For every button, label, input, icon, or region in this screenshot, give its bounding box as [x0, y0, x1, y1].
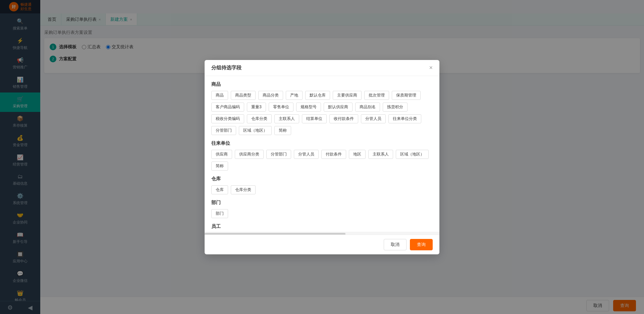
modal-cancel-button[interactable]: 取消 [384, 239, 407, 250]
field-tag[interactable]: 商品类型 [231, 91, 256, 100]
field-tag[interactable]: 仓库分类 [231, 185, 256, 194]
section-title-department: 部门 [211, 200, 433, 206]
field-tag[interactable]: 主联系人 [368, 150, 393, 159]
section-title-product: 商品 [211, 81, 433, 87]
field-tag[interactable]: 重量3 [247, 103, 266, 112]
field-grid-department: 部门 [211, 209, 433, 218]
field-tag[interactable]: 主要供应商 [333, 91, 362, 100]
field-tag[interactable]: 地区 [349, 150, 366, 159]
field-tag[interactable]: 分管部门 [211, 126, 236, 135]
field-tag[interactable]: 分管人员 [361, 114, 386, 123]
field-tag[interactable]: 仓库 [211, 185, 228, 194]
field-tag[interactable]: 部门 [211, 209, 228, 218]
field-tag[interactable]: 付款条件 [321, 150, 346, 159]
field-tag[interactable]: 规格型号 [296, 103, 321, 112]
field-grid-product: 商品 商品类型 商品分类 产地 默认仓库 主要供应商 批次管理 保质期管理 客户… [211, 91, 433, 135]
section-title-employee: 员工 [211, 224, 433, 230]
section-title-partner: 往来单位 [211, 140, 433, 146]
field-tag[interactable]: 商品分类 [258, 91, 283, 100]
field-tag[interactable]: 分管部门 [266, 150, 291, 159]
modal-body: 商品 商品 商品类型 商品分类 产地 默认仓库 主要供应商 批次管理 保质期管理… [205, 76, 439, 232]
field-tag[interactable]: 区域（地区） [239, 126, 272, 135]
field-tag[interactable]: 批次管理 [364, 91, 389, 100]
field-tag[interactable]: 主联系人 [274, 114, 299, 123]
field-tag[interactable]: 产地 [286, 91, 303, 100]
field-tag[interactable]: 简称 [274, 126, 291, 135]
field-tag[interactable]: 结算单位 [302, 114, 327, 123]
field-tag[interactable]: 税收分类编码 [211, 114, 244, 123]
modal-hscroll-bar[interactable] [205, 233, 345, 235]
modal-header: 分组待选字段 × [205, 60, 439, 76]
field-tag[interactable]: 默认供应商 [324, 103, 353, 112]
field-tag[interactable]: 零售单位 [269, 103, 293, 112]
field-tag[interactable]: 商品 [211, 91, 228, 100]
field-tag[interactable]: 供应商 [211, 150, 232, 159]
field-tag[interactable]: 默认仓库 [305, 91, 330, 100]
modal-title: 分组待选字段 [211, 65, 241, 71]
field-tag[interactable]: 简称 [211, 162, 228, 171]
field-tag[interactable]: 区域（地区） [396, 150, 429, 159]
field-grid-warehouse: 仓库 仓库分类 [211, 185, 433, 194]
field-tag[interactable]: 往来单位分类 [388, 114, 421, 123]
field-tag[interactable]: 分管人员 [294, 150, 319, 159]
field-tag[interactable]: 供应商分类 [235, 150, 264, 159]
modal-dialog: 分组待选字段 × 商品 商品 商品类型 商品分类 产地 默认仓库 主要供应商 批… [205, 60, 439, 254]
field-grid-partner: 供应商 供应商分类 分管部门 分管人员 付款条件 地区 主联系人 区域（地区） … [211, 150, 433, 171]
field-tag[interactable]: 保质期管理 [392, 91, 421, 100]
field-tag[interactable]: 拣货积分 [383, 103, 408, 112]
field-tag[interactable]: 仓库分类 [247, 114, 272, 123]
modal-close-button[interactable]: × [429, 65, 433, 71]
modal-overlay: 分组待选字段 × 商品 商品 商品类型 商品分类 产地 默认仓库 主要供应商 批… [0, 0, 644, 314]
field-tag[interactable]: 客户商品编码 [211, 103, 244, 112]
field-tag[interactable]: 收付款条件 [329, 114, 358, 123]
modal-footer: 取消 查询 [205, 235, 439, 254]
section-title-warehouse: 仓库 [211, 176, 433, 182]
field-tag[interactable]: 商品别名 [355, 103, 380, 112]
modal-confirm-button[interactable]: 查询 [410, 239, 433, 250]
